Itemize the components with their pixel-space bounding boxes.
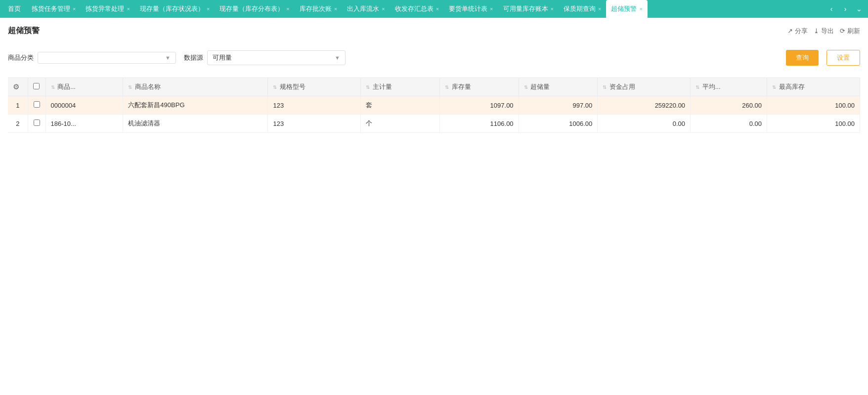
nav-home[interactable]: 首页 (2, 4, 27, 13)
row-checkbox-cell[interactable] (28, 96, 45, 115)
query-button[interactable]: 查询 (786, 50, 819, 66)
sort-icon: ⇅ (366, 84, 370, 90)
page-actions: ↗ 分享 ⤓ 导出 ⟳ 刷新 (787, 27, 860, 36)
nav-tab-2[interactable]: 现存量（库存状况表） × (135, 0, 215, 18)
th-max-stock[interactable]: ⇅ 最高库存 (767, 78, 860, 96)
row-capital: 259220.00 (598, 96, 691, 115)
close-icon[interactable]: × (334, 6, 337, 12)
sort-icon: ⇅ (603, 84, 607, 90)
row-spec: 123 (268, 96, 361, 115)
th-checkbox[interactable] (28, 78, 45, 96)
row-avg: 260.00 (691, 96, 767, 115)
chevron-down-icon: ▼ (165, 55, 171, 61)
row-checkbox-cell[interactable] (28, 115, 45, 133)
page-header: 超储预警 ↗ 分享 ⤓ 导出 ⟳ 刷新 (8, 26, 860, 36)
row-unit: 套 (361, 96, 440, 115)
sort-icon: ⇅ (273, 84, 277, 90)
nav-arrows: ‹ › ⌄ (825, 0, 866, 18)
row-max-stock: 100.00 (767, 115, 860, 133)
row-unit: 个 (361, 115, 440, 133)
category-filter-group: 商品分类 ▼ (8, 52, 176, 64)
close-icon[interactable]: × (73, 6, 76, 12)
row-spec: 123 (268, 115, 361, 133)
nav-bar: 首页 拣货任务管理 × 拣货异常处理 × 现存量（库存状况表） × 现存量（库存… (0, 0, 868, 18)
page-title: 超储预警 (8, 26, 40, 36)
filter-row: 商品分类 ▼ 数据源 可用量 ▼ 查询 设置 (8, 44, 860, 72)
row-capital: 0.00 (598, 115, 691, 133)
sort-icon: ⇅ (51, 84, 55, 90)
th-capital[interactable]: ⇅ 资金占用 (598, 78, 691, 96)
datasource-filter-group: 数据源 可用量 ▼ (184, 50, 346, 65)
sort-icon: ⇅ (128, 84, 132, 90)
row-product-code: 0000004 (45, 96, 123, 115)
category-label: 商品分类 (8, 53, 34, 62)
close-icon[interactable]: × (207, 6, 210, 12)
nav-menu-button[interactable]: ⌄ (852, 0, 866, 18)
close-icon[interactable]: × (598, 6, 601, 12)
th-stock[interactable]: ⇅ 库存量 (439, 78, 519, 96)
data-table: ⚙ ⇅ 商品... ⇅ 商品名称 ⇅ 规格型号 ⇅ (8, 78, 860, 133)
datasource-select-value: 可用量 (213, 53, 232, 62)
th-product-code[interactable]: ⇅ 商品... (45, 78, 123, 96)
datasource-select[interactable]: 可用量 ▼ (207, 50, 346, 65)
th-unit[interactable]: ⇅ 主计量 (361, 78, 440, 96)
nav-tab-4[interactable]: 库存批次账 × (295, 0, 342, 18)
row-product-code: 186-10... (45, 115, 123, 133)
gear-icon[interactable]: ⚙ (13, 82, 19, 91)
th-avg[interactable]: ⇅ 平均... (691, 78, 767, 96)
share-button[interactable]: ↗ 分享 (787, 27, 808, 36)
close-icon[interactable]: × (286, 6, 289, 12)
table-header-row: ⚙ ⇅ 商品... ⇅ 商品名称 ⇅ 规格型号 ⇅ (8, 78, 860, 96)
row-stock: 1097.00 (439, 96, 519, 115)
datasource-label: 数据源 (184, 53, 203, 62)
nav-tab-9[interactable]: 保质期查询 × (559, 0, 606, 18)
row-product-name: 六配套新昌490BPG (123, 96, 268, 115)
row-number: 1 (8, 96, 28, 115)
sort-icon: ⇅ (772, 84, 776, 90)
refresh-button[interactable]: ⟳ 刷新 (840, 27, 860, 36)
row-over-stock: 997.00 (519, 96, 598, 115)
close-icon[interactable]: × (639, 6, 642, 12)
nav-tab-5[interactable]: 出入库流水 × (342, 0, 390, 18)
nav-tab-7[interactable]: 要货单统计表 × (444, 0, 498, 18)
share-icon: ↗ (787, 27, 793, 35)
row-over-stock: 1006.00 (519, 115, 598, 133)
export-icon: ⤓ (814, 27, 819, 35)
chevron-down-icon: ▼ (335, 55, 340, 61)
sort-icon: ⇅ (445, 84, 449, 90)
row-stock: 1106.00 (439, 115, 519, 133)
close-icon[interactable]: × (490, 6, 493, 12)
th-gear[interactable]: ⚙ (8, 78, 28, 96)
table-row: 1 0000004 六配套新昌490BPG 123 套 1097.00 997.… (8, 96, 860, 115)
nav-tab-3[interactable]: 现存量（库存分布表） × (215, 0, 294, 18)
settings-button[interactable]: 设置 (826, 50, 860, 66)
refresh-icon: ⟳ (840, 27, 845, 35)
select-all-checkbox[interactable] (33, 83, 40, 89)
sort-icon: ⇅ (695, 84, 699, 90)
nav-tab-0[interactable]: 拣货任务管理 × (27, 0, 81, 18)
page-container: 超储预警 ↗ 分享 ⤓ 导出 ⟳ 刷新 商品分类 ▼ 数据源 (0, 18, 868, 395)
row-checkbox[interactable] (34, 119, 40, 126)
nav-tab-8[interactable]: 可用量库存账本 × (498, 0, 559, 18)
sort-icon: ⇅ (524, 84, 528, 90)
th-over-stock[interactable]: ⇅ 超储量 (519, 78, 598, 96)
close-icon[interactable]: × (382, 6, 385, 12)
nav-tab-1[interactable]: 拣货异常处理 × (81, 0, 134, 18)
nav-prev-button[interactable]: ‹ (825, 0, 838, 18)
row-max-stock: 100.00 (767, 96, 860, 115)
nav-tab-10[interactable]: 超储预警 × (606, 0, 647, 18)
row-checkbox[interactable] (34, 101, 40, 108)
table-row: 2 186-10... 机油滤清器 123 个 1106.00 1006.00 … (8, 115, 860, 133)
close-icon[interactable]: × (551, 6, 554, 12)
export-button[interactable]: ⤓ 导出 (814, 27, 834, 36)
close-icon[interactable]: × (127, 6, 130, 12)
row-avg: 0.00 (691, 115, 767, 133)
category-select[interactable]: ▼ (38, 52, 176, 64)
nav-tab-6[interactable]: 收发存汇总表 × (390, 0, 444, 18)
nav-next-button[interactable]: › (838, 0, 852, 18)
close-icon[interactable]: × (436, 6, 439, 12)
th-spec[interactable]: ⇅ 规格型号 (268, 78, 361, 96)
row-product-name: 机油滤清器 (123, 115, 268, 133)
th-product-name[interactable]: ⇅ 商品名称 (123, 78, 268, 96)
row-number: 2 (8, 115, 28, 133)
